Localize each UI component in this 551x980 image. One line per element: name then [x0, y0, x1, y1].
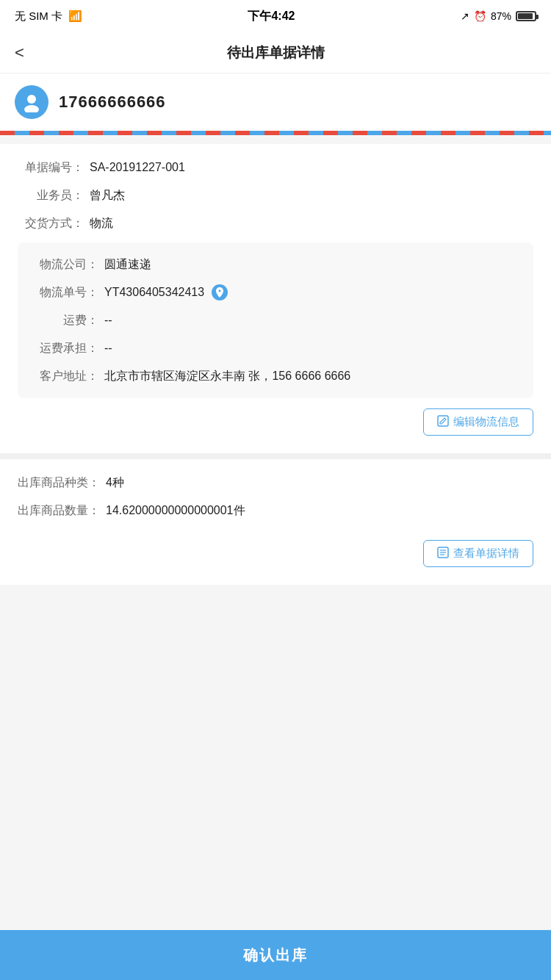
location-icon: ↗: [461, 10, 469, 22]
wifi-icon: 📶: [68, 10, 82, 23]
bottom-spacer: [0, 585, 551, 702]
freight-bear-value: --: [104, 339, 519, 357]
battery-percent: 87%: [491, 10, 511, 22]
alarm-icon: ⏰: [474, 10, 486, 22]
goods-quantity-label: 出库商品数量：: [18, 502, 100, 519]
logistics-box: 物流公司： 圆通速递 物流单号： YT4306405342413 运费： --: [18, 242, 533, 398]
status-left: 无 SIM 卡 📶: [15, 10, 82, 24]
goods-type-row: 出库商品种类： 4种: [18, 474, 533, 491]
freight-bear-label: 运费承担：: [32, 339, 98, 357]
logistics-company-label: 物流公司：: [32, 256, 98, 273]
user-header: 17666666666: [0, 73, 551, 131]
delivery-label: 交货方式：: [18, 215, 84, 232]
carrier-label: 无 SIM 卡: [15, 10, 62, 24]
svg-point-0: [27, 95, 36, 104]
edit-logistics-label: 编辑物流信息: [453, 415, 519, 429]
address-label: 客户地址：: [32, 367, 98, 385]
staff-label: 业务员：: [18, 187, 84, 204]
svg-rect-2: [438, 416, 448, 426]
document-value: SA-20191227-001: [90, 159, 533, 176]
nav-bar: < 待出库单据详情: [0, 32, 551, 73]
edit-logistics-button[interactable]: 编辑物流信息: [423, 408, 533, 436]
document-row: 单据编号： SA-20191227-001: [18, 159, 533, 176]
goods-quantity-row: 出库商品数量： 14.62000000000000001件: [18, 502, 533, 519]
basic-info-section: 单据编号： SA-20191227-001 业务员： 曾凡杰 交货方式： 物流 …: [0, 144, 551, 453]
user-phone: 17666666666: [59, 93, 166, 112]
svg-point-1: [24, 105, 39, 112]
battery-icon: [516, 11, 536, 21]
goods-type-label: 出库商品种类：: [18, 474, 100, 491]
confirm-bar[interactable]: 确认出库: [0, 930, 551, 980]
location-pin-button[interactable]: [212, 284, 228, 300]
detail-icon: [437, 547, 449, 561]
logistics-company-row: 物流公司： 圆通速递: [32, 256, 519, 273]
delivery-row: 交货方式： 物流: [18, 215, 533, 232]
back-button[interactable]: <: [15, 37, 33, 68]
logistics-tracking-row: 物流单号： YT4306405342413: [32, 284, 519, 301]
delivery-value: 物流: [90, 215, 533, 232]
status-right: ↗ ⏰ 87%: [461, 10, 536, 22]
section-divider: [0, 453, 551, 459]
status-bar: 无 SIM 卡 📶 下午4:42 ↗ ⏰ 87%: [0, 0, 551, 32]
goods-quantity-value: 14.62000000000000001件: [106, 502, 533, 519]
freight-value: --: [104, 311, 519, 329]
logistics-tracking-label: 物流单号：: [32, 284, 98, 301]
freight-label: 运费：: [32, 311, 98, 329]
address-row: 客户地址： 北京市市辖区海淀区永丰南 张，156 6666 6666: [32, 367, 519, 385]
freight-bear-row: 运费承担： --: [32, 339, 519, 357]
view-detail-button[interactable]: 查看单据详情: [423, 540, 533, 567]
status-time: 下午4:42: [248, 9, 295, 24]
goods-section: 出库商品种类： 4种 出库商品数量： 14.62000000000000001件…: [0, 459, 551, 585]
staff-value: 曾凡杰: [90, 187, 533, 204]
dashed-separator: [0, 131, 551, 135]
edit-icon: [437, 415, 449, 429]
page-title: 待出库单据详情: [227, 43, 325, 62]
edit-btn-row: 编辑物流信息: [18, 398, 533, 439]
tracking-number-text: YT4306405342413: [104, 284, 204, 301]
document-label: 单据编号：: [18, 159, 84, 176]
avatar: [15, 85, 48, 119]
logistics-tracking-value: YT4306405342413: [104, 284, 519, 301]
logistics-company-value: 圆通速递: [104, 256, 519, 273]
staff-row: 业务员： 曾凡杰: [18, 187, 533, 204]
view-detail-label: 查看单据详情: [453, 547, 519, 561]
address-value: 北京市市辖区海淀区永丰南 张，156 6666 6666: [104, 367, 519, 385]
freight-row: 运费： --: [32, 311, 519, 329]
confirm-label: 确认出库: [243, 945, 308, 965]
detail-btn-row: 查看单据详情: [18, 530, 533, 570]
goods-type-value: 4种: [106, 474, 533, 491]
